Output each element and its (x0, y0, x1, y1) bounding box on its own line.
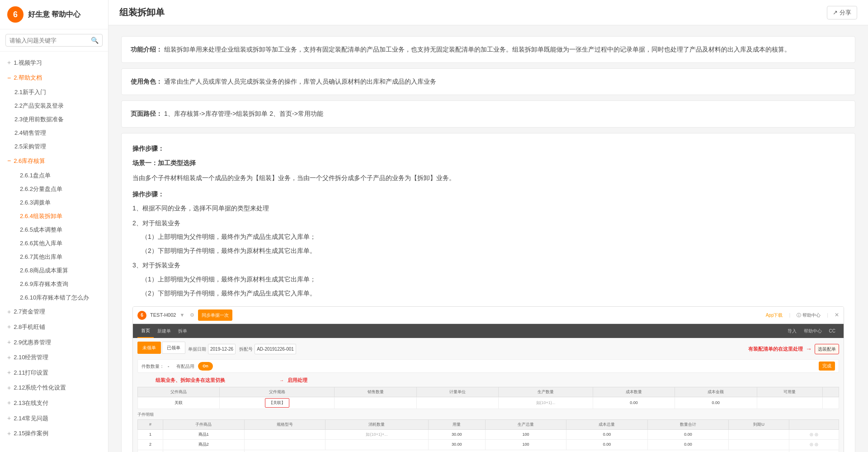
sidebar-sub-other-in[interactable]: 2.6.6其他入库单 (0, 237, 108, 250)
th-child-consume: 消耗数量 (326, 420, 429, 430)
mini-select-assembly-btn[interactable]: 选装配单 (815, 344, 839, 354)
mini-nav-help[interactable]: 帮助中心 (800, 324, 826, 338)
th-sales-qty: 销售数量 (335, 387, 416, 397)
sidebar-sub-adjust[interactable]: 2.6.3调拨单 (0, 196, 108, 209)
sidebar-item-capital[interactable]: + 2.7资金管理 (0, 305, 108, 320)
child-op-3[interactable]: ◎ ◎ (789, 450, 839, 452)
arrow-right-icon: → (806, 343, 812, 355)
sidebar-item-purchase[interactable]: 2.5采购管理 (0, 140, 108, 153)
parent-prod-1: 如(10+1)... (499, 397, 593, 409)
sidebar-item-online-pay[interactable]: + 2.13在线支付 (0, 395, 108, 411)
search-area: 🔍 (0, 29, 108, 52)
sidebar-item-custom[interactable]: + 2.12系统个性化设置 (0, 381, 108, 396)
th-child-prod-total: 生产总量 (485, 420, 566, 430)
parent-table: 父件商品 父件规格 销售数量 计量单位 生产数量 成本数量 成本金额 可用量 (137, 387, 839, 409)
child-no-2: 2 (138, 440, 163, 450)
steps-section: 操作步骤： 场景一：加工类型选择 当由多个子件材料组装成一个成品的业务为【组装】… (121, 133, 855, 452)
sidebar-sub-count[interactable]: 2.6.1盘点单 (0, 169, 108, 182)
th-prod-qty: 生产数量 (499, 387, 593, 397)
mini-content: 未领单 已领单 单据日期 2019-12-26 拆配号 (133, 338, 844, 452)
child-op-2[interactable]: ◎ ◎ (789, 440, 839, 450)
mini-order-value: AD-20191226-001 (255, 344, 296, 354)
annotation-3: 启用处理 (288, 376, 307, 385)
child-goods-2: 商品2 (163, 440, 244, 450)
minus-icon: − (7, 74, 11, 83)
mini-dropdown-icon: ▼ (179, 310, 184, 320)
minus-icon-inventory: − (7, 157, 11, 166)
search-input[interactable] (9, 37, 91, 44)
share-label: 分享 (840, 9, 851, 17)
mini-order-label: 拆配号 (239, 345, 253, 353)
sidebar-item-print[interactable]: + 2.11打印设置 (0, 365, 108, 381)
ops-steps-title: 操作步骤： (132, 188, 844, 200)
sub-table-label: 子件明细 (137, 411, 154, 419)
mini-nav-import[interactable]: 导入 (784, 324, 800, 338)
sidebar-item-docs[interactable]: − 2.帮助文档 (0, 71, 108, 86)
sidebar-item-newcomer[interactable]: 2.1新手入门 (0, 86, 108, 99)
sidebar-item-video[interactable]: + 1.视频学习 (0, 55, 108, 71)
sidebar-sub-goods-cost[interactable]: 2.6.8商品成本重算 (0, 264, 108, 277)
mini-nav-home[interactable]: 首页 (137, 324, 154, 338)
child-op-1[interactable]: ◎ ◎ (789, 430, 839, 440)
sidebar-sub-inv-check[interactable]: 2.6.9库存账本查询 (0, 277, 108, 291)
plus-icon-mobile: + (7, 323, 11, 332)
sidebar-item-install[interactable]: 2.2产品安装及登录 (0, 99, 108, 113)
child-prod-1: 100 (485, 430, 566, 440)
mini-close-icon[interactable]: ✕ (835, 310, 839, 320)
mini-save-btn[interactable]: 完成 (819, 362, 835, 371)
sidebar-sub-other-out[interactable]: 2.6.7其他出库单 (0, 250, 108, 264)
sidebar-item-prepare[interactable]: 2.3使用前数据准备 (0, 113, 108, 126)
sidebar-item-cases[interactable]: + 2.15操作案例 (0, 426, 108, 442)
scene1-desc: 当由多个子件材料组装成一个成品的业务为【组装】业务，当由一个父件拆分成多个子产品… (132, 172, 844, 184)
arrow-annotation-right: → (279, 376, 284, 385)
sidebar-sub-cost-adjust[interactable]: 2.6.5成本调整单 (0, 223, 108, 237)
share-button[interactable]: ↗ 分享 (827, 6, 857, 19)
mini-nav: 首页 新建单 拆单 导入 帮助中心 CC (133, 324, 844, 338)
mini-new-order-btn[interactable]: 同步单据一次 (198, 309, 232, 321)
th-unit: 计量单位 (416, 387, 498, 397)
child-goods-1: 商品1 (163, 430, 244, 440)
page-title: 组装拆卸单 (119, 6, 165, 19)
sidebar-item-coupon[interactable]: + 2.9优惠券管理 (0, 335, 108, 350)
child-qty-2: 0.00 (647, 440, 729, 450)
th-child-usage: 用量 (428, 420, 485, 430)
child-consume-1: 如(10+1)+... (326, 430, 429, 440)
mini-nav-new[interactable]: 新建单 (154, 324, 175, 338)
search-box[interactable]: 🔍 (5, 34, 103, 47)
child-no-3: 3 (138, 450, 163, 452)
mini-nav-split[interactable]: 拆单 (175, 324, 191, 338)
th-parent-goods: 父件商品 (138, 387, 220, 397)
sidebar-item-inventory[interactable]: − 2.6库存核算 (0, 153, 108, 169)
sidebar-item-faq[interactable]: + 2.14常见问题 (0, 411, 108, 426)
sidebar-sub-acc-error[interactable]: 2.6.10库存账本错了怎么办 (0, 291, 108, 305)
annotation-1: 有装配清单的在这里处理 (748, 344, 803, 354)
search-icon[interactable]: 🔍 (91, 37, 99, 44)
plus-icon-operation: + (7, 353, 11, 362)
child-goods-3 (163, 450, 244, 452)
step2-sub2: （2）下部明细为子件明细，最终作为原材料生成其它出库单。 (132, 245, 844, 257)
sidebar-item-sales[interactable]: 2.4销售管理 (0, 126, 108, 140)
mini-tab-unassigned[interactable]: 未领单 (137, 342, 161, 354)
scene1-title: 场景一：加工类型选择 (132, 157, 844, 169)
sidebar-item-operation[interactable]: + 2.10经营管理 (0, 350, 108, 366)
path-label: 页面路径： (131, 110, 162, 117)
step3: 3、对于拆装业务 (132, 259, 844, 271)
child-fill-3 (244, 450, 789, 452)
th-child-spec: 规格型号 (244, 420, 326, 430)
plus-icon-print: + (7, 368, 11, 377)
mini-tab-assigned[interactable]: 已领单 (162, 342, 185, 354)
feature-label: 功能介绍： (131, 46, 162, 53)
th-parent-spec: 父件规格 (220, 387, 335, 397)
plus-icon-custom: + (7, 384, 11, 393)
sidebar-item-mobile[interactable]: + 2.8手机旺铺 (0, 319, 108, 335)
sidebar-sub-assembly[interactable]: 2.6.4组装拆卸单 (0, 209, 108, 223)
child-expire-2 (729, 440, 789, 450)
path-card: 页面路径： 1、库存核算->库存管理->组装拆卸单 2、首页->常用功能 (121, 100, 855, 127)
mini-nav-cc[interactable]: CC (826, 324, 839, 338)
mini-switch-on[interactable]: On (198, 362, 213, 371)
child-usage-2: 30.00 (428, 440, 485, 450)
ops-title: 操作步骤： (132, 143, 844, 155)
mini-count-value: - (168, 362, 169, 371)
mini-tabs: 未领单 已领单 (137, 342, 185, 354)
sidebar-sub-partial[interactable]: 2.6.2分量盘点单 (0, 182, 108, 196)
